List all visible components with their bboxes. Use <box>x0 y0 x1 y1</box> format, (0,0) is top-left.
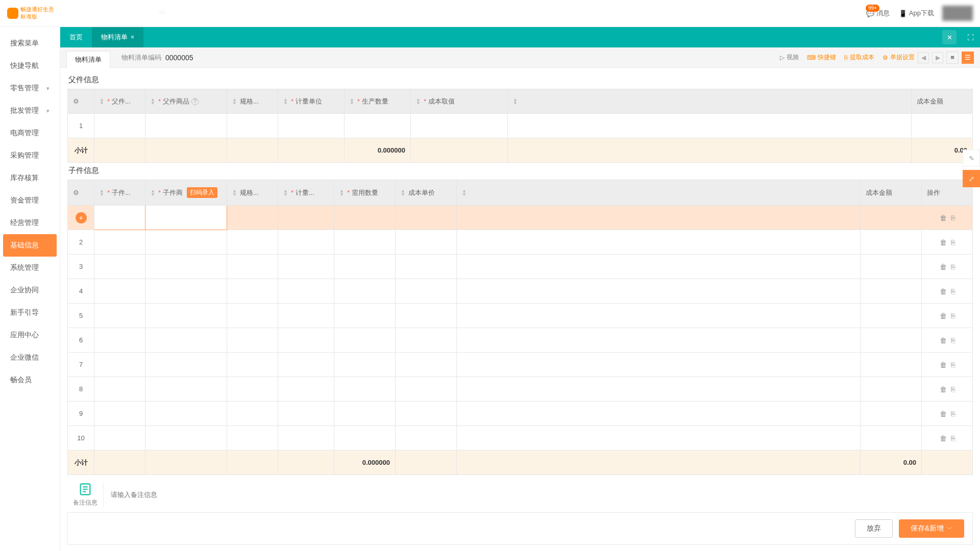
remark-input[interactable] <box>103 483 973 507</box>
table-row[interactable]: 7🗑⎘ <box>68 353 973 377</box>
copy-row-icon[interactable]: ⎘ <box>951 434 955 442</box>
col-parent-cost-amt[interactable]: 成本金额 <box>917 97 943 105</box>
gear-icon[interactable]: ⚙ <box>73 189 79 196</box>
help-icon[interactable]: ? <box>191 98 199 105</box>
action-video[interactable]: ▷视频 <box>780 53 799 62</box>
copy-row-icon[interactable]: ⎘ <box>951 238 955 246</box>
sort-icon[interactable]: ▲▼ <box>513 98 518 105</box>
sidebar-item[interactable]: 畅会员 <box>0 369 60 391</box>
sidebar-item[interactable]: 库存核算 <box>0 167 60 189</box>
sort-icon[interactable]: ▲▼ <box>401 189 405 196</box>
copy-row-icon[interactable]: ⎘ <box>951 214 955 222</box>
sidebar-item[interactable]: 零售管理▾ <box>0 77 60 99</box>
copy-row-icon[interactable]: ⎘ <box>951 312 955 320</box>
action-extract-cost[interactable]: ⎘提取成本 <box>844 53 874 62</box>
edit-rail-button[interactable]: ✎ <box>963 149 980 167</box>
copy-row-icon[interactable]: ⎘ <box>951 385 955 393</box>
sidebar-item[interactable]: 系统管理 <box>0 257 60 279</box>
sidebar-item[interactable]: 经营管理 <box>0 212 60 234</box>
table-row[interactable]: 3🗑⎘ <box>68 255 973 279</box>
col-child-spec[interactable]: 规格... <box>240 188 259 197</box>
table-row[interactable]: 2🗑⎘ <box>68 230 973 255</box>
gear-icon[interactable]: ⚙ <box>73 97 79 105</box>
sidebar-item[interactable]: 基础信息 <box>3 234 57 257</box>
view-list-button[interactable]: ≡ <box>946 52 959 64</box>
copy-row-icon[interactable]: ⎘ <box>951 410 955 418</box>
col-child-code[interactable]: 子件... <box>112 188 131 197</box>
delete-row-icon[interactable]: 🗑 <box>940 214 947 222</box>
sort-icon[interactable]: ▲▼ <box>151 189 155 196</box>
col-child-qty[interactable]: 需用数量 <box>352 188 378 197</box>
col-child-cost-amt[interactable]: 成本金额 <box>866 189 892 196</box>
delete-row-icon[interactable]: 🗑 <box>940 361 947 369</box>
chevron-down-icon[interactable]: ﹀ <box>947 525 952 533</box>
delete-row-icon[interactable]: 🗑 <box>940 312 947 320</box>
table-row[interactable]: 5🗑⎘ <box>68 304 973 328</box>
expand-rail-button[interactable]: ⤢ <box>963 170 980 187</box>
sort-icon[interactable]: ▲▼ <box>232 189 237 196</box>
delete-row-icon[interactable]: 🗑 <box>940 410 947 418</box>
table-row[interactable]: 10🗑⎘ <box>68 426 973 450</box>
delete-row-icon[interactable]: 🗑 <box>940 336 947 344</box>
col-parent-qty[interactable]: 生产数量 <box>362 97 388 106</box>
copy-row-icon[interactable]: ⎘ <box>951 336 955 344</box>
col-parent-unit[interactable]: 计量单位 <box>296 97 322 106</box>
sidebar-item[interactable]: 采购管理 <box>0 144 60 167</box>
sidebar-item[interactable]: 快捷导航 <box>0 55 60 77</box>
col-child-unit[interactable]: 计量... <box>296 188 314 197</box>
action-doc-setting[interactable]: ⚙单据设置 <box>883 53 915 62</box>
sidebar-item[interactable]: 企业微信 <box>0 346 60 369</box>
action-shortcut[interactable]: ⌨快捷键 <box>807 53 836 62</box>
col-child-product[interactable]: 子件商 <box>163 188 183 197</box>
table-row[interactable]: 4🗑⎘ <box>68 279 973 304</box>
table-row[interactable]: 6🗑⎘ <box>68 328 973 353</box>
sidebar-item[interactable]: 企业协同 <box>0 279 60 302</box>
copy-row-icon[interactable]: ⎘ <box>951 361 955 369</box>
sort-icon[interactable]: ▲▼ <box>339 189 344 196</box>
discard-button[interactable]: 放弃 <box>855 519 893 538</box>
tab-bom[interactable]: 物料清单× <box>92 27 143 47</box>
col-child-price[interactable]: 成本单价 <box>408 188 435 197</box>
sort-icon[interactable]: ▲▼ <box>283 98 288 105</box>
close-tab-button[interactable]: ✕ <box>942 30 957 44</box>
delete-row-icon[interactable]: 🗑 <box>940 385 947 393</box>
view-form-button[interactable]: ☰ <box>962 52 974 64</box>
next-button[interactable]: ▶ <box>932 52 943 63</box>
save-and-new-button[interactable]: 保存&新增﹀ <box>899 519 964 538</box>
user-avatar[interactable] <box>942 6 973 21</box>
add-row-button[interactable]: + <box>76 212 87 223</box>
tab-home[interactable]: 首页 <box>60 27 92 47</box>
sort-icon[interactable]: ▲▼ <box>350 98 354 105</box>
sort-icon[interactable]: ▲▼ <box>232 98 237 105</box>
col-parent-cost-src[interactable]: 成本取值 <box>428 97 455 106</box>
close-icon[interactable]: × <box>131 34 134 41</box>
delete-row-icon[interactable]: 🗑 <box>940 263 947 271</box>
sidebar-item[interactable]: 搜索菜单 <box>0 32 60 55</box>
col-parent-spec[interactable]: 规格... <box>240 97 259 106</box>
col-parent-code[interactable]: 父件... <box>112 97 131 106</box>
org-selector[interactable]: ﹀ <box>59 6 171 21</box>
sidebar-item[interactable]: 资金管理 <box>0 189 60 212</box>
sort-icon[interactable]: ▲▼ <box>151 98 155 105</box>
sort-icon[interactable]: ▲▼ <box>462 189 467 196</box>
sidebar-item[interactable]: 电商管理 <box>0 122 60 144</box>
sidebar-item[interactable]: 批发管理▾ <box>0 99 60 122</box>
sort-icon[interactable]: ▲▼ <box>416 98 421 105</box>
app-download-button[interactable]: 📱 App下载 <box>899 9 934 18</box>
sort-icon[interactable]: ▲▼ <box>100 98 104 105</box>
copy-row-icon[interactable]: ⎘ <box>951 287 955 295</box>
copy-row-icon[interactable]: ⎘ <box>951 263 955 271</box>
table-row[interactable]: 9🗑⎘ <box>68 402 973 426</box>
table-row[interactable]: 1 <box>68 114 973 138</box>
scan-input-tag[interactable]: 扫码录入 <box>187 187 217 198</box>
sort-icon[interactable]: ▲▼ <box>100 189 104 196</box>
messages-button[interactable]: 💬 消息 99+ <box>866 9 890 18</box>
delete-row-icon[interactable]: 🗑 <box>940 238 947 246</box>
col-parent-product[interactable]: 父件商品 <box>163 97 189 106</box>
delete-row-icon[interactable]: 🗑 <box>940 287 947 295</box>
prev-button[interactable]: ◀ <box>918 52 929 63</box>
table-row[interactable]: +🗑⎘ <box>68 206 973 230</box>
sort-icon[interactable]: ▲▼ <box>283 189 288 196</box>
delete-row-icon[interactable]: 🗑 <box>940 434 947 442</box>
table-row[interactable]: 8🗑⎘ <box>68 377 973 402</box>
